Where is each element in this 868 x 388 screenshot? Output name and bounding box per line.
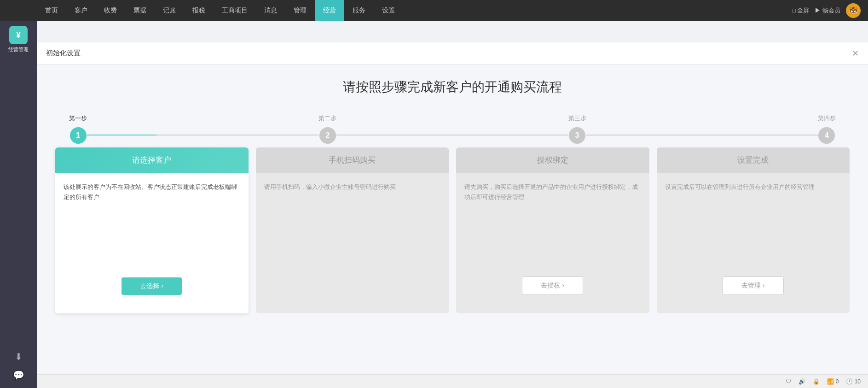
nav-item-fee[interactable]: 收费 <box>96 0 125 21</box>
sidebar-download-icon[interactable]: ⬇ <box>15 351 23 362</box>
sidebar-logo: ¥ <box>9 26 28 44</box>
user-avatar[interactable]: 🐯 <box>846 3 861 18</box>
sub-header: 初始化设置 ✕ <box>37 42 868 65</box>
step-4-card-body: 设置完成后可以在管理列表进行所有企业用户的经营管理 去管理 › <box>657 173 850 313</box>
arrow-1-2: › <box>319 133 321 139</box>
nav-item-settings[interactable]: 设置 <box>374 0 403 21</box>
page-body: 请按照步骤完成新客户的开通购买流程 第一步 1 › 第二步 2 › <box>37 65 868 374</box>
nav-item-customer[interactable]: 客户 <box>66 0 96 21</box>
steps-wrapper: 第一步 1 › 第二步 2 › 第三步 3 › <box>55 114 850 313</box>
step-1-card-header: 请选择客户 <box>55 147 249 173</box>
status-bar-right: 🛡 🔊 🔒 📶 0 🕐 10 <box>786 378 861 385</box>
step-3-card-desc: 请先购买，购买后选择开通的产品中的企业用户进行授权绑定，成功后即可进行经营管理 <box>464 182 641 267</box>
clock-icon: 🕐 10 <box>846 378 861 385</box>
step-3-action-button[interactable]: 去授权 › <box>522 276 583 295</box>
step-3-card-action: 去授权 › <box>464 276 641 304</box>
step-3-indicator: 第三步 3 <box>568 114 586 144</box>
main-content: 初始化设置 ✕ 请按照步骤完成新客户的开通购买流程 第一步 1 › 第二步 2 <box>37 42 868 374</box>
step-1-action-button[interactable]: 去选择 › <box>122 277 182 295</box>
fullscreen-button[interactable]: □ 全屏 <box>792 6 809 15</box>
step-4-card-action: 去管理 › <box>665 276 842 304</box>
step-3-card: 授权绑定 请先购买，购买后选择开通的产品中的企业用户进行授权绑定，成功后即可进行… <box>456 147 649 313</box>
connector-2-3: › <box>336 135 568 135</box>
close-button[interactable]: ✕ <box>852 48 859 59</box>
step-3-card-header: 授权绑定 <box>456 147 649 173</box>
nav-item-service[interactable]: 服务 <box>344 0 374 21</box>
step-4-card-header: 设置完成 <box>657 147 850 173</box>
step-2-label: 第二步 <box>318 114 336 123</box>
step-1-card-desc: 该处展示的客户为不在回收站、客户状态正常建账后完成老板端绑定的所有客户 <box>64 182 240 268</box>
nav-item-invoice[interactable]: 票据 <box>125 0 155 21</box>
shield-icon: 🛡 <box>786 378 791 385</box>
steps-top-row: 第一步 1 › 第二步 2 › 第三步 3 › <box>55 114 850 144</box>
top-navigation: 首页 客户 收费 票据 记账 报税 工商项目 消息 管理 经营 服务 设置 □ … <box>0 0 868 21</box>
nav-item-bizproject[interactable]: 工商项目 <box>214 0 256 21</box>
sidebar-support-icon[interactable]: 💬 <box>13 370 24 381</box>
step-2-indicator: 第二步 2 <box>318 114 336 144</box>
step-1-label: 第一步 <box>69 114 87 123</box>
step-2-circle: 2 <box>319 127 336 144</box>
nav-item-manage[interactable]: 管理 <box>285 0 315 21</box>
step-3-card-body: 请先购买，购买后选择开通的产品中的企业用户进行授权绑定，成功后即可进行经营管理 … <box>456 173 649 313</box>
step-3-circle: 3 <box>569 127 585 144</box>
step-1-card-body: 该处展示的客户为不在回收站、客户状态正常建账后完成老板端绑定的所有客户 去选择 … <box>55 173 249 313</box>
step-4-card-desc: 设置完成后可以在管理列表进行所有企业用户的经营管理 <box>665 182 842 267</box>
arrow-3-4: › <box>818 133 820 139</box>
volume-icon: 🔊 <box>799 378 805 385</box>
connector-1-2: › <box>87 135 318 135</box>
step-4-circle: 4 <box>818 127 835 144</box>
arrow-2-3: › <box>569 133 571 139</box>
sidebar-app-title: 经营管理 <box>8 46 29 53</box>
step-1-circle: 1 <box>70 127 87 144</box>
step-1-indicator: 第一步 1 <box>69 114 87 144</box>
step-4-indicator: 第四步 4 <box>818 114 836 144</box>
page-title: 请按照步骤完成新客户的开通购买流程 <box>55 78 850 96</box>
step-2-card-header: 手机扫码购买 <box>256 147 449 173</box>
connector-3-4: › <box>586 135 818 135</box>
member-button[interactable]: ▶ 畅会员 <box>815 6 840 15</box>
nav-item-bookkeeping[interactable]: 记账 <box>155 0 184 21</box>
top-nav-right: □ 全屏 ▶ 畅会员 🐯 <box>792 3 868 18</box>
step-3-label: 第三步 <box>568 114 586 123</box>
nav-item-home[interactable]: 首页 <box>37 0 66 21</box>
step-4-label: 第四步 <box>818 114 836 123</box>
nav-item-message[interactable]: 消息 <box>256 0 285 21</box>
network-icon: 📶 0 <box>827 378 839 385</box>
step-4-action-button[interactable]: 去管理 › <box>723 276 784 295</box>
step-4-card: 设置完成 设置完成后可以在管理列表进行所有企业用户的经营管理 去管理 › <box>657 147 850 313</box>
nav-item-operation[interactable]: 经营 <box>315 0 344 21</box>
nav-item-tax[interactable]: 报税 <box>184 0 214 21</box>
step-2-card: 手机扫码购买 请用手机扫码，输入小微企业主账号密码进行购买 <box>256 147 449 313</box>
step-1-card: 请选择客户 该处展示的客户为不在回收站、客户状态正常建账后完成老板端绑定的所有客… <box>55 147 249 313</box>
status-bar: ▶ 完成 🛡 🔊 🔒 📶 0 🕐 10 <box>0 374 868 388</box>
step-2-card-desc: 请用手机扫码，输入小微企业主账号密码进行购买 <box>264 182 441 304</box>
steps-cards: 请选择客户 该处展示的客户为不在回收站、客户状态正常建账后完成老板端绑定的所有客… <box>55 147 850 313</box>
lock-icon: 🔒 <box>813 378 820 385</box>
sidebar-bottom-icons: ⬇ 💬 <box>13 351 24 388</box>
step-1-card-action: 去选择 › <box>64 277 240 304</box>
sub-header-title: 初始化设置 <box>46 49 81 58</box>
sidebar: ¥ 经营管理 ⬇ 💬 <box>0 21 37 388</box>
step-2-card-body: 请用手机扫码，输入小微企业主账号密码进行购买 <box>256 173 449 313</box>
